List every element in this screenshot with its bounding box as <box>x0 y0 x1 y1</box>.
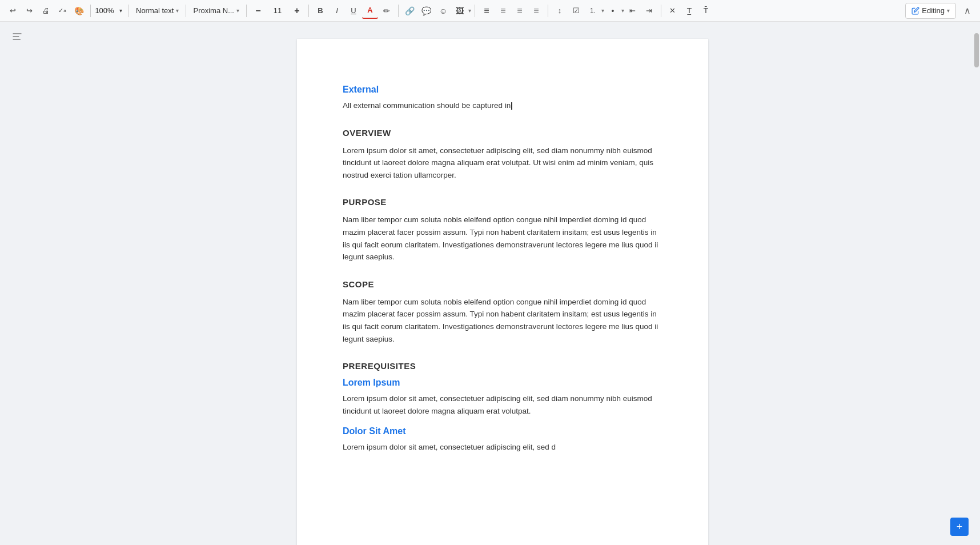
overview-body[interactable]: Lorem ipsum dolor sit amet, consectetuer… <box>343 145 662 182</box>
insert-group: 🔗 💬 ☺ 🖼 ▾ <box>402 3 471 19</box>
dolor-sit-amet-heading: Dolor Sit Amet <box>343 426 662 436</box>
outline-icon[interactable] <box>8 27 26 46</box>
paint-format-button[interactable]: 🎨 <box>71 3 87 19</box>
section-external: External All external communication shou… <box>343 85 662 112</box>
format-paint-button[interactable]: T̲ <box>681 3 697 19</box>
comment-button[interactable]: 💬 <box>419 3 435 19</box>
section-purpose: PURPOSE Nam liber tempor cum soluta nobi… <box>343 197 662 263</box>
font-size-plus[interactable]: + <box>289 3 305 19</box>
font-chevron: ▾ <box>236 7 239 14</box>
indent-more-button[interactable]: ⇥ <box>641 3 657 19</box>
editing-mode-button[interactable]: Editing ▾ <box>905 3 956 19</box>
zoom-group: 100% ▾ <box>94 3 125 19</box>
align-left-button[interactable]: ≡ <box>479 3 495 19</box>
scroll-thumb[interactable] <box>974 33 979 67</box>
sep-8 <box>548 5 548 17</box>
document-area[interactable]: External All external communication shou… <box>34 22 971 545</box>
highlight-button[interactable]: ✏ <box>379 3 395 19</box>
line-spacing-button[interactable]: ↕ <box>552 3 568 19</box>
outline-svg <box>11 31 23 42</box>
prerequisites-heading: PREREQUISITES <box>343 361 662 371</box>
edit-icon <box>911 7 919 15</box>
underline-button[interactable]: U <box>346 3 362 19</box>
format-group: B I U A ✏ <box>312 3 395 19</box>
font-label: Proxima N... <box>193 6 234 15</box>
toolbar: ↩ ↪ 🖨 ✓a 🎨 100% ▾ Normal text ▾ Proxima … <box>0 0 980 22</box>
style-dropdown[interactable]: Normal text ▾ <box>132 3 182 19</box>
link-button[interactable]: 🔗 <box>402 3 418 19</box>
checklist-button[interactable]: ☑ <box>568 3 584 19</box>
style-label: Normal text <box>136 6 174 15</box>
overview-heading: OVERVIEW <box>343 128 662 138</box>
scroll-track[interactable] <box>974 22 979 545</box>
left-sidebar <box>0 22 34 545</box>
font-size-group: − 11 + <box>250 3 305 19</box>
sep-2 <box>128 5 129 17</box>
clear-group: ✕ T̲ T̄ <box>665 3 714 19</box>
indent-less-button[interactable]: ⇤ <box>625 3 641 19</box>
right-scrollbar[interactable] <box>971 22 980 545</box>
superscript-button[interactable]: T̄ <box>698 3 714 19</box>
image-dropdown[interactable]: ▾ <box>468 7 471 14</box>
font-dropdown[interactable]: Proxima N... ▾ <box>190 3 243 19</box>
bold-button[interactable]: B <box>312 3 328 19</box>
image-button[interactable]: 🖼 <box>452 3 468 19</box>
lorem-ipsum-heading: Lorem Ipsum <box>343 378 662 388</box>
section-scope: SCOPE Nam liber tempor cum soluta nobis … <box>343 279 662 345</box>
zoom-chevron[interactable]: ▾ <box>116 3 125 19</box>
history-group: ↩ ↪ 🖨 ✓a 🎨 <box>5 3 87 19</box>
zoom-value: 100% <box>94 6 115 15</box>
ordered-list-button[interactable]: 1. <box>585 3 601 19</box>
style-chevron: ▾ <box>176 7 179 14</box>
ordered-list-dropdown[interactable]: ▾ <box>601 7 604 14</box>
sep-5 <box>308 5 309 17</box>
subsection-dolor-sit-amet: Dolor Sit Amet Lorem ipsum dolor sit ame… <box>343 426 662 454</box>
sep-6 <box>398 5 399 17</box>
redo-button[interactable]: ↪ <box>21 3 37 19</box>
font-size-minus[interactable]: − <box>250 3 266 19</box>
editing-label: Editing <box>922 6 945 15</box>
sep-1 <box>90 5 91 17</box>
scope-body[interactable]: Nam liber tempor cum soluta nobis eleife… <box>343 296 662 345</box>
main-area: External All external communication shou… <box>0 22 980 545</box>
scope-heading: SCOPE <box>343 279 662 289</box>
italic-button[interactable]: I <box>329 3 345 19</box>
editing-chevron: ▾ <box>947 7 950 14</box>
external-body[interactable]: All external communication should be cap… <box>343 99 662 112</box>
section-prerequisites: PREREQUISITES Lorem Ipsum Lorem ipsum do… <box>343 361 662 454</box>
sep-4 <box>246 5 247 17</box>
sep-9 <box>661 5 661 17</box>
sep-3 <box>186 5 186 17</box>
align-center-button[interactable]: ≡ <box>495 3 511 19</box>
collapse-button[interactable]: ∧ <box>959 4 975 18</box>
align-justify-button[interactable]: ≡ <box>528 3 544 19</box>
unordered-list-dropdown[interactable]: ▾ <box>621 7 624 14</box>
list-group: ↕ ☑ 1. ▾ • ▾ ⇤ ⇥ <box>552 3 657 19</box>
font-size-value: 11 <box>267 6 288 15</box>
document-page: External All external communication shou… <box>297 39 708 545</box>
clear-format-button[interactable]: ✕ <box>665 3 681 19</box>
lorem-ipsum-body[interactable]: Lorem ipsum dolor sit amet, consectetuer… <box>343 392 662 417</box>
external-heading: External <box>343 85 662 95</box>
section-overview: OVERVIEW Lorem ipsum dolor sit amet, con… <box>343 128 662 182</box>
subsection-lorem-ipsum: Lorem Ipsum Lorem ipsum dolor sit amet, … <box>343 378 662 417</box>
align-group: ≡ ≡ ≡ ≡ <box>479 3 544 19</box>
sep-7 <box>475 5 475 17</box>
add-button[interactable]: + <box>950 518 969 536</box>
purpose-heading: PURPOSE <box>343 197 662 207</box>
dolor-sit-amet-body[interactable]: Lorem ipsum dolor sit amet, consectetuer… <box>343 441 662 454</box>
text-cursor <box>511 102 512 110</box>
undo-button[interactable]: ↩ <box>5 3 21 19</box>
text-color-button[interactable]: A <box>362 3 378 19</box>
purpose-body[interactable]: Nam liber tempor cum soluta nobis eleife… <box>343 214 662 263</box>
print-button[interactable]: 🖨 <box>38 3 54 19</box>
spellcheck-button[interactable]: ✓a <box>54 3 70 19</box>
unordered-list-button[interactable]: • <box>605 3 621 19</box>
emoji-button[interactable]: ☺ <box>435 3 451 19</box>
align-right-button[interactable]: ≡ <box>512 3 528 19</box>
